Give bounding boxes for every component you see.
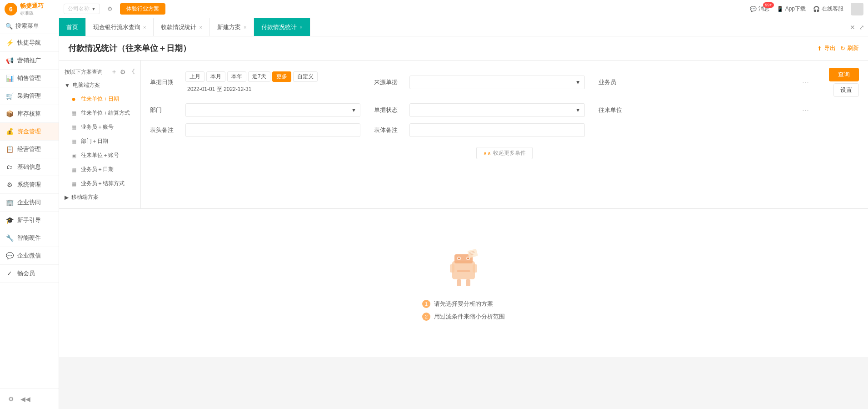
query-btn[interactable]: 查询 (829, 68, 859, 81)
scheme-item-label: 业务员＋账号 (81, 123, 114, 131)
settings-scheme-icon[interactable]: ⚙ (120, 68, 126, 76)
empty-tips: 1 请先选择要分析的方案 2 用过滤条件来缩小分析范围 (422, 300, 505, 321)
online-service-item[interactable]: 🎧 在线客服 (813, 5, 843, 13)
department-select[interactable]: ▼ (185, 103, 360, 117)
filter-row-2: 部门 ▼ 单据状态 ▼ (150, 103, 859, 117)
scheme-item-partner-account[interactable]: ▣ 往来单位＋账号 (59, 148, 140, 162)
tab-close-all-icon[interactable]: ✕ (850, 24, 855, 31)
tab-expand-icon[interactable]: ⤢ (859, 24, 864, 31)
svg-rect-9 (457, 279, 461, 286)
company-selector[interactable]: 公司名称 ▼ (64, 4, 100, 14)
tab-bank-flow-close[interactable]: × (143, 25, 146, 30)
app-title: 畅捷通巧 (20, 2, 44, 10)
refresh-icon: ↻ (840, 45, 845, 52)
collapse-scheme-icon[interactable]: 《 (129, 68, 135, 76)
tab-new-scheme-label: 新建方案 (217, 23, 241, 31)
sidebar-collapse-icon[interactable]: ◀◀ (20, 394, 31, 404)
service-icon: 🎧 (813, 6, 820, 12)
inventory-icon: 📦 (5, 110, 14, 118)
tab-receivable-stats[interactable]: 收款情况统计 × (154, 18, 210, 36)
sidebar-item-basic-info[interactable]: 🗂 基础信息 (0, 158, 59, 176)
scheme-item-dept-date[interactable]: ▦ 部门＋日期 (59, 134, 140, 148)
tab-end-buttons: ✕ ⤢ (846, 18, 868, 36)
tab-receivable-close[interactable]: × (199, 25, 202, 30)
date-btn-more[interactable]: 更多 (272, 71, 291, 82)
scheme-item-partner-settlement[interactable]: ▦ 往来单位＋结算方式 (59, 106, 140, 120)
sidebar-item-quick-nav[interactable]: ⚡ 快捷导航 (0, 34, 59, 52)
basic-info-icon: 🗂 (5, 163, 14, 171)
sidebar-item-label: 基础信息 (17, 163, 41, 171)
vip-icon: ✓ (5, 269, 14, 278)
sidebar-item-guide[interactable]: 🎓 新手引导 (0, 212, 59, 229)
message-item[interactable]: 💬 消息 99+ (750, 5, 769, 13)
scheme-item-salesperson-account[interactable]: ▦ 业务员＋账号 (59, 120, 140, 134)
sidebar-item-label: 采购管理 (17, 92, 41, 100)
date-btn-this-year[interactable]: 本年 (227, 71, 246, 82)
scheme-item-salesperson-date[interactable]: ▦ 业务员＋日期 (59, 162, 140, 177)
sidebar-item-inventory[interactable]: 📦 库存核算 (0, 105, 59, 123)
sidebar-settings-icon[interactable]: ⚙ (5, 394, 16, 404)
scheme-item-salesperson-settlement[interactable]: ▦ 业务员＋结算方式 (59, 177, 140, 191)
partner-more-btn[interactable]: ··· (802, 106, 809, 115)
date-range-text: 2022-01-01 至 2022-12-31 (187, 86, 251, 93)
sidebar-item-system[interactable]: ⚙ 系统管理 (0, 176, 59, 194)
tab-payment-stats-close[interactable]: × (299, 25, 302, 30)
sidebar-item-capital[interactable]: 💰 资金管理 (0, 123, 59, 141)
sidebar-item-operations[interactable]: 📋 经营管理 (0, 141, 59, 158)
collapse-conditions-btn[interactable]: ∧∧ 收起更多条件 (476, 147, 533, 159)
svg-rect-8 (473, 264, 477, 273)
tab-home[interactable]: 首页 (59, 18, 86, 36)
table-body-note-input[interactable] (409, 123, 584, 137)
sidebar-item-marketing[interactable]: 📢 营销推广 (0, 52, 59, 70)
scheme-table-icon: ▦ (70, 110, 77, 117)
sidebar-item-label: 资金管理 (17, 127, 41, 136)
trial-btn[interactable]: 体验行业方案 (120, 3, 165, 15)
user-avatar[interactable] (851, 3, 863, 15)
source-bill-select[interactable]: ▼ (409, 76, 584, 89)
refresh-btn[interactable]: ↻ 刷新 (840, 44, 859, 52)
collapse-btn-row: ∧∧ 收起更多条件 (150, 143, 859, 163)
tab-bank-flow-label: 现金银行流水查询 (93, 23, 140, 31)
hardware-icon: 🔧 (5, 234, 14, 242)
salesperson-more-btn[interactable]: ··· (802, 78, 809, 87)
date-buttons: 上月 本月 本年 近7天 更多 自定义 2022-01-01 至 2022-12… (185, 71, 360, 93)
settings-btn[interactable]: 设置 (833, 83, 859, 97)
tab-payment-stats[interactable]: 付款情况统计 × (254, 18, 310, 36)
mobile-scheme-section[interactable]: ▶ 移动端方案 (59, 191, 140, 204)
tab-bank-flow[interactable]: 现金银行流水查询 × (86, 18, 154, 36)
date-btn-custom[interactable]: 自定义 (293, 71, 318, 82)
empty-tip-1: 1 请先选择要分析的方案 (422, 300, 505, 308)
sidebar-item-vip[interactable]: ✓ 畅会员 (0, 265, 59, 283)
date-btn-last-month[interactable]: 上月 (185, 71, 205, 82)
top-header: 6 畅捷通巧 标准版 公司名称 ▼ ⚙ 体验行业方案 💬 消息 99+ 📱 Ap… (0, 0, 868, 18)
desktop-scheme-section[interactable]: ▼ 电脑端方案 (59, 79, 140, 92)
add-scheme-icon[interactable]: ＋ (111, 68, 117, 76)
app-download-item[interactable]: 📱 App下载 (777, 5, 806, 13)
scheme-item-partner-date[interactable]: ● 往来单位＋日期 (59, 92, 140, 106)
tab-new-scheme-close[interactable]: × (244, 25, 246, 30)
sidebar-item-hardware[interactable]: 🔧 智能硬件 (0, 229, 59, 247)
date-btn-7days[interactable]: 近7天 (248, 71, 270, 82)
date-btn-this-month[interactable]: 本月 (206, 71, 225, 82)
app-subtitle: 标准版 (20, 10, 44, 16)
header-settings-icon[interactable]: ⚙ (104, 3, 116, 15)
filter-right: 单据日期 上月 本月 本年 近7天 更多 自定义 2022-01-01 至 20… (141, 61, 868, 208)
sidebar-item-weixin[interactable]: 💬 企业微信 (0, 247, 59, 265)
table-header-note-input[interactable] (185, 123, 360, 137)
sidebar-item-purchase[interactable]: 🛒 采购管理 (0, 87, 59, 105)
sidebar-item-label: 营销推广 (17, 56, 41, 65)
export-label: 导出 (824, 44, 836, 52)
sidebar-item-sales[interactable]: 📊 销售管理 (0, 70, 59, 87)
guide-icon: 🎓 (5, 216, 14, 224)
content-area: 首页 现金银行流水查询 × 收款情况统计 × 新建方案 × 付款情况统计 × ✕… (59, 18, 868, 409)
tab-new-scheme[interactable]: 新建方案 × (210, 18, 254, 36)
bill-status-select[interactable]: ▼ (409, 103, 584, 117)
scheme-active-icon: ● (70, 96, 77, 103)
sidebar-item-enterprise[interactable]: 🏢 企业协同 (0, 194, 59, 212)
sidebar-search[interactable]: 🔍 搜索菜单 (0, 18, 59, 34)
export-btn[interactable]: ⬆ 导出 (817, 44, 836, 52)
sidebar-item-label: 新手引导 (17, 216, 41, 224)
enterprise-icon: 🏢 (5, 198, 14, 207)
svg-rect-11 (467, 249, 478, 258)
scheme-item-label: 往来单位＋结算方式 (81, 109, 130, 117)
